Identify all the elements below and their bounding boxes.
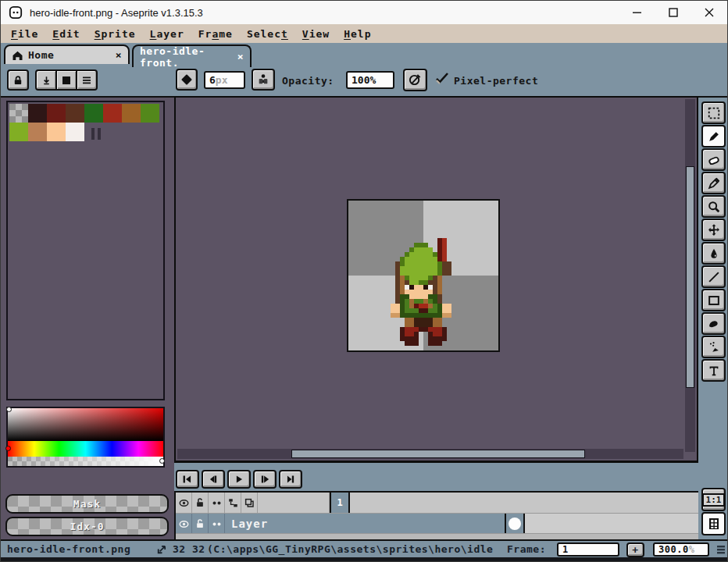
brush-type-button[interactable]	[176, 69, 198, 91]
brush-size-input[interactable]: 6px	[204, 71, 245, 89]
fill-button[interactable]	[55, 69, 77, 91]
timeline-header-onion-icon[interactable]	[209, 493, 225, 513]
dynamics-icon	[257, 73, 269, 86]
menu-frame[interactable]: Frame	[191, 27, 240, 41]
tool-move[interactable]	[701, 219, 726, 241]
tool-text[interactable]	[701, 359, 726, 382]
timeline-header-lock-open-icon[interactable]	[192, 493, 209, 513]
brush-circle-icon	[181, 74, 192, 85]
playback-controls	[176, 470, 302, 489]
saturation-value-box[interactable]	[8, 408, 163, 441]
palette-swatch-8[interactable]	[9, 123, 28, 141]
horizontal-scrollbar-thumb[interactable]	[291, 450, 585, 458]
minimize-button[interactable]	[619, 1, 655, 24]
menu-help[interactable]: Help	[337, 27, 378, 41]
marquee-icon	[707, 106, 721, 120]
palette-swatch-6[interactable]	[122, 104, 141, 123]
palette-swatch-1[interactable]	[28, 104, 47, 123]
sv-handle[interactable]	[6, 407, 12, 412]
palette-swatch-10[interactable]	[47, 123, 66, 141]
tool-eraser[interactable]	[701, 148, 726, 171]
ink-button[interactable]	[403, 69, 427, 91]
timeline-header-eye-icon[interactable]	[176, 493, 192, 513]
timeline-toggle-button[interactable]	[701, 512, 726, 535]
menu-bar: FileEditSpriteLayerFrameSelectViewHelp	[1, 24, 727, 43]
pixel-perfect-checkbox[interactable]	[435, 72, 449, 87]
tool-pencil[interactable]	[701, 125, 726, 148]
palette-swatch-11[interactable]	[66, 123, 84, 141]
hue-bar[interactable]	[8, 441, 163, 457]
palette-swatch-7[interactable]	[141, 104, 159, 123]
rectangle-icon	[707, 293, 721, 308]
options-button[interactable]	[76, 69, 98, 91]
palette-swatch-9[interactable]	[28, 123, 47, 141]
timeline-layer-row[interactable]: Layer	[176, 514, 525, 534]
vertical-scrollbar[interactable]	[685, 99, 695, 452]
zoom-input[interactable]: 300.0%	[653, 542, 709, 557]
tab-home[interactable]: Home ×	[4, 44, 130, 66]
scroll-center-button[interactable]	[35, 69, 57, 91]
play-button[interactable]	[227, 470, 251, 489]
tool-contour[interactable]	[701, 312, 726, 335]
text-icon	[707, 364, 721, 378]
layer-name[interactable]: Layer	[225, 514, 505, 533]
brush-size-unit: px	[216, 74, 228, 86]
tab-hero-idle-front[interactable]: hero-idle-front. ×	[132, 44, 252, 67]
tool-marquee[interactable]	[701, 101, 726, 124]
next-frame-button[interactable]	[253, 470, 277, 489]
frame-input[interactable]: 1	[557, 542, 619, 557]
actual-size-button[interactable]: 1:1	[701, 488, 726, 511]
timeline-header-cel-copy-icon[interactable]	[241, 493, 258, 513]
palette-swatch-2[interactable]	[47, 104, 66, 123]
menu-file[interactable]: File	[4, 27, 45, 41]
add-frame-button[interactable]: +	[626, 542, 644, 557]
opacity-input[interactable]: 100%	[346, 71, 394, 89]
horizontal-scrollbar[interactable]	[177, 449, 683, 459]
menu-layer[interactable]: Layer	[143, 27, 191, 41]
menu-edit[interactable]: Edit	[45, 27, 87, 41]
timeline-header: 1	[176, 493, 698, 514]
tool-spray[interactable]	[701, 336, 726, 358]
notifications-icon	[716, 545, 726, 555]
menu-sprite[interactable]: Sprite	[87, 27, 143, 41]
prev-frame-button[interactable]	[202, 470, 225, 489]
cel-frame-1[interactable]	[505, 514, 525, 533]
index-color-button[interactable]: Idx-0	[5, 517, 169, 536]
sprite-canvas[interactable]	[347, 199, 500, 352]
timeline-header-layer-flow-icon[interactable]	[225, 493, 241, 513]
layer-eye-toggle[interactable]	[176, 514, 192, 534]
tab-home-close-icon[interactable]: ×	[116, 49, 122, 61]
first-frame-button[interactable]	[176, 470, 199, 489]
menu-select[interactable]: Select	[240, 27, 295, 41]
frame-1-header[interactable]: 1	[330, 493, 350, 513]
palette-swatch-5[interactable]	[103, 104, 122, 123]
tool-line[interactable]	[701, 265, 726, 288]
frame-value: 1	[562, 544, 569, 555]
alpha-bar[interactable]	[8, 457, 163, 466]
layer-onion-toggle[interactable]	[209, 514, 225, 534]
lock-icon-button[interactable]	[7, 69, 29, 91]
close-button[interactable]	[691, 1, 727, 24]
mask-color-button[interactable]: Mask	[5, 494, 169, 514]
tool-bucket[interactable]	[701, 242, 726, 265]
palette-resize-handle[interactable]	[91, 128, 101, 140]
alpha-handle[interactable]	[159, 458, 165, 464]
palette-swatch-4[interactable]	[84, 104, 103, 123]
palette-swatch-transparent[interactable]	[9, 104, 28, 123]
palette-swatch-3[interactable]	[66, 104, 84, 123]
dynamics-button[interactable]	[252, 69, 275, 91]
timeline-scroll-strip[interactable]	[176, 533, 698, 539]
hue-handle[interactable]	[5, 446, 11, 451]
last-frame-button[interactable]	[279, 470, 302, 489]
layer-lock-open-toggle[interactable]	[192, 514, 209, 534]
maximize-button[interactable]	[655, 1, 691, 24]
editor-viewport[interactable]	[174, 96, 698, 463]
tool-strip	[698, 96, 728, 463]
left-panel: Mask Idx-0	[1, 96, 174, 539]
tool-eyedropper[interactable]	[701, 172, 726, 194]
tab-file-close-icon[interactable]: ×	[237, 51, 244, 62]
tool-rectangle[interactable]	[701, 289, 726, 311]
tool-zoom[interactable]	[701, 195, 726, 218]
vertical-scrollbar-thumb[interactable]	[686, 166, 694, 388]
menu-view[interactable]: View	[295, 27, 337, 41]
